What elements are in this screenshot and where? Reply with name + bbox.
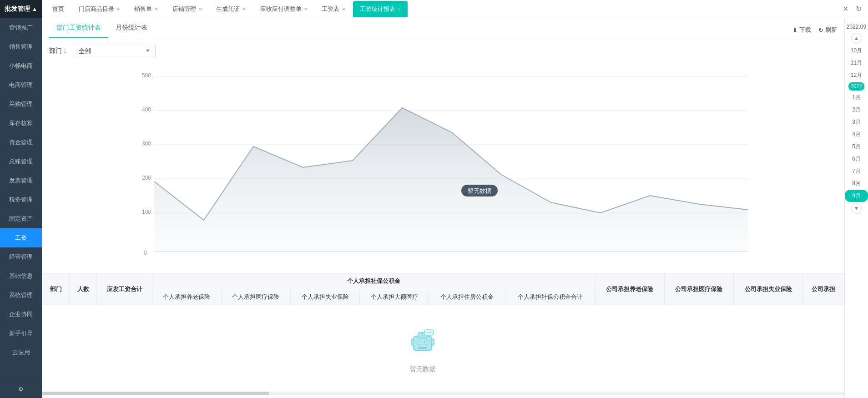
- th-personal-social: 个人承担社保公积金: [152, 273, 595, 289]
- sidebar-item-tax[interactable]: 税务管理: [0, 190, 42, 209]
- refresh-icon: ↻: [818, 27, 823, 34]
- filter-row: 部门： 全部 销售部 财务部 行政部: [42, 38, 844, 64]
- sidebar-item-inventory[interactable]: 库存核算: [0, 114, 42, 133]
- tab-sales-order[interactable]: 销售单 ×: [127, 1, 164, 17]
- empty-text: 暂无数据: [410, 365, 435, 373]
- data-table: 部门 人数 应发工资合计 个人承担社保公积金 公司承担养老保险 公司承担医疗保险…: [42, 273, 844, 392]
- sidebar-item-finance[interactable]: 资金管理: [0, 133, 42, 152]
- timeline-year-badge[interactable]: 2022: [848, 82, 864, 91]
- sidebar-settings-button[interactable]: ⚙: [0, 380, 42, 398]
- sidebar-item-mini-ecom[interactable]: 小畅电商: [0, 56, 42, 76]
- svg-text:100: 100: [142, 209, 151, 215]
- sidebar-item-payroll[interactable]: 工资: [0, 228, 42, 247]
- sidebar-item-system[interactable]: 系统管理: [0, 286, 42, 305]
- tab-close-payroll-sheet[interactable]: ×: [342, 6, 345, 12]
- timeline-month-11[interactable]: 11月: [845, 57, 868, 69]
- th-company-pension: 公司承担养老保险: [595, 273, 664, 305]
- svg-text:300: 300: [142, 141, 151, 147]
- refresh-tabs-icon[interactable]: ↻: [853, 3, 864, 15]
- svg-point-28: [430, 332, 431, 333]
- tab-ar-ap[interactable]: 应收应付调整单 ×: [253, 1, 314, 17]
- th-personal-medical: 个人承担医疗保险: [221, 289, 290, 305]
- timeline-up-button[interactable]: ▲: [851, 33, 862, 44]
- sidebar-collapse-icon[interactable]: ▲: [32, 6, 37, 12]
- empty-state: 暂无数据: [42, 305, 803, 392]
- tab-close-sales[interactable]: ×: [155, 6, 157, 12]
- tab-home[interactable]: 首页: [45, 1, 71, 17]
- dept-filter-select[interactable]: 全部 销售部 财务部 行政部: [74, 44, 156, 58]
- svg-text:500: 500: [142, 72, 151, 79]
- svg-rect-22: [418, 347, 427, 349]
- sidebar-item-collab[interactable]: 企业协同: [0, 305, 42, 324]
- timeline-month-8[interactable]: 8月: [845, 177, 868, 190]
- empty-robot-icon: [404, 323, 441, 360]
- timeline-panel: 2022.09 ▲ 10月 11月 12月 2022 1月 2月 3月 4月 5…: [844, 18, 868, 398]
- chart-wrapper: 500 400 300 200 100 0: [42, 64, 844, 273]
- th-gross-salary: 应发工资合计: [97, 273, 152, 305]
- sidebar-item-marketing[interactable]: 营销推广: [0, 18, 42, 37]
- th-company-other: 公司承担: [803, 273, 844, 305]
- sidebar-item-basic-info[interactable]: 基础信息: [0, 267, 42, 286]
- tab-payroll-sheet[interactable]: 工资表 ×: [315, 1, 352, 17]
- download-button[interactable]: ⬇ 下载: [792, 26, 811, 34]
- page-content: 部门工资统计表 月份统计表 ⬇ 下载 ↻ 刷新: [42, 18, 844, 398]
- tab-store-catalog[interactable]: 门店商品目录 ×: [72, 1, 126, 17]
- sidebar-item-newbie[interactable]: 新手引导: [0, 324, 42, 343]
- timeline-year-label: 2022.09: [846, 22, 867, 32]
- svg-point-27: [428, 332, 429, 333]
- sidebar-header: 批发管理 ▲: [0, 0, 42, 18]
- sidebar-item-purchase[interactable]: 采购管理: [0, 95, 42, 114]
- sidebar-title: 批发管理: [5, 5, 30, 13]
- timeline-down-button[interactable]: ▼: [851, 203, 862, 214]
- tab-close-store-catalog[interactable]: ×: [117, 6, 120, 12]
- sub-tab-dept[interactable]: 部门工资统计表: [49, 18, 108, 38]
- th-headcount: 人数: [70, 273, 97, 305]
- timeline-month-6[interactable]: 6月: [845, 153, 868, 165]
- timeline-month-3[interactable]: 3月: [845, 116, 868, 128]
- tab-shop-mgmt[interactable]: 店铺管理 ×: [166, 1, 208, 17]
- sidebar-item-ledger[interactable]: 总账管理: [0, 152, 42, 171]
- th-personal-unemployment: 个人承担失业保险: [290, 289, 359, 305]
- sidebar: 批发管理 ▲ 营销推广 销售管理 小畅电商 电商管理 采购管理 库存核算 资金管…: [0, 0, 42, 398]
- sub-tab-month[interactable]: 月份统计表: [108, 18, 155, 38]
- sidebar-item-sales[interactable]: 销售管理: [0, 37, 42, 56]
- download-icon: ⬇: [792, 27, 797, 34]
- svg-point-21: [425, 342, 427, 343]
- th-dept: 部门: [42, 273, 70, 305]
- main-area: 首页 门店商品目录 × 销售单 × 店铺管理 × 生成凭证 × 应收应付调整单 …: [42, 0, 868, 398]
- tab-close-shop[interactable]: ×: [199, 6, 202, 12]
- tabs-bar: 首页 门店商品目录 × 销售单 × 店铺管理 × 生成凭证 × 应收应付调整单 …: [42, 0, 868, 18]
- svg-text:200: 200: [142, 175, 151, 181]
- area-chart: 500 400 300 200 100 0: [49, 67, 837, 267]
- tab-close-arap[interactable]: ×: [304, 6, 307, 12]
- timeline-month-1[interactable]: 1月: [845, 91, 868, 104]
- timeline-month-5[interactable]: 5月: [845, 141, 868, 153]
- timeline-month-4[interactable]: 4月: [845, 128, 868, 141]
- table-section: 部门 人数 应发工资合计 个人承担社保公积金 公司承担养老保险 公司承担医疗保险…: [42, 273, 844, 398]
- svg-rect-23: [411, 339, 414, 345]
- gear-icon: ⚙: [18, 386, 24, 393]
- tab-voucher[interactable]: 生成凭证 ×: [209, 1, 252, 17]
- timeline-month-2[interactable]: 2月: [845, 104, 868, 116]
- th-company-unemployment: 公司承担失业保险: [734, 273, 803, 305]
- sidebar-item-cloud[interactable]: 云应用: [0, 343, 42, 362]
- svg-text:0: 0: [144, 250, 147, 256]
- sidebar-item-invoice[interactable]: 发票管理: [0, 171, 42, 190]
- table-scrollbar-thumb[interactable]: [42, 392, 269, 395]
- refresh-button[interactable]: ↻ 刷新: [818, 26, 837, 34]
- sidebar-item-fixed-assets[interactable]: 固定资产: [0, 209, 42, 228]
- tab-close-voucher[interactable]: ×: [242, 6, 245, 12]
- timeline-month-9[interactable]: 9月: [845, 190, 868, 202]
- sidebar-item-operations[interactable]: 经营管理: [0, 247, 42, 267]
- close-all-tabs-icon[interactable]: ✕: [840, 3, 851, 15]
- th-personal-total: 个人承担社保公积金合计: [505, 289, 595, 305]
- tab-close-payroll-report[interactable]: ×: [398, 6, 401, 12]
- tab-payroll-report[interactable]: 工资统计报表 ×: [353, 1, 408, 17]
- content-area: 部门工资统计表 月份统计表 ⬇ 下载 ↻ 刷新: [42, 18, 868, 398]
- sidebar-item-ecom-mgmt[interactable]: 电商管理: [0, 76, 42, 95]
- timeline-month-12[interactable]: 12月: [845, 69, 868, 81]
- timeline-month-7[interactable]: 7月: [845, 165, 868, 177]
- table-scrollbar[interactable]: [42, 392, 844, 395]
- tabs-actions: ✕ ↻: [840, 3, 864, 15]
- timeline-month-10[interactable]: 10月: [845, 45, 868, 57]
